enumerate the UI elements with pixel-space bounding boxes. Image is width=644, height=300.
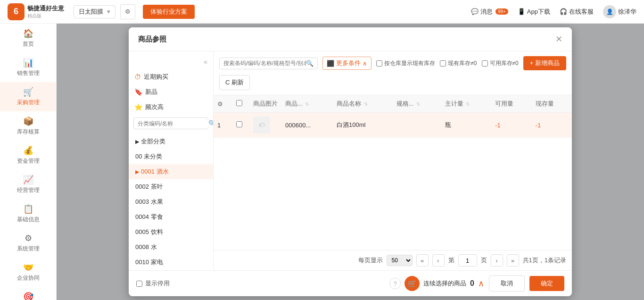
- cat-item-0002[interactable]: 0002 茶叶: [129, 179, 213, 194]
- messages-label: 消息: [480, 8, 493, 16]
- sidebar-label-finance: 资金管理: [17, 157, 40, 165]
- product-table: ⚙ 商品图片 商品...: [214, 95, 572, 250]
- sidebar-item-enterprise[interactable]: 🤝 企业协同: [0, 258, 56, 287]
- show-disabled-checkbox[interactable]: 显示停用: [136, 279, 170, 288]
- usable-stock-checkbox[interactable]: 可用库存≠0: [482, 59, 519, 67]
- left-panel-actions: «: [129, 56, 213, 69]
- sidebar-item-inventory[interactable]: 📦 库存核算: [0, 111, 56, 141]
- col-check: [232, 95, 249, 113]
- cat-0001-label: 0001 酒水: [141, 167, 169, 176]
- avatar: 👤: [603, 5, 616, 18]
- add-product-button[interactable]: + 新增商品: [523, 56, 566, 70]
- settings-button[interactable]: ⚙: [120, 4, 135, 19]
- first-page-button[interactable]: «: [416, 254, 429, 267]
- operations-icon: 📈: [23, 175, 33, 185]
- category-search-input[interactable]: [138, 120, 208, 127]
- warehouse-stock-checkbox[interactable]: 按仓库显示现有库存: [376, 59, 435, 67]
- product-reference-modal: 商品参照 ✕ « ⏱ 近期购买 🔖 新品: [129, 27, 572, 296]
- user-item[interactable]: 👤 徐泽华: [603, 5, 636, 18]
- app-version: 精品版: [27, 13, 64, 19]
- chevron-down-icon: ▾: [107, 8, 110, 15]
- col-code[interactable]: 商品... ⇅: [281, 95, 333, 113]
- cat-item-0004[interactable]: 0004 零食: [129, 209, 213, 225]
- mobile-icon: 📱: [518, 8, 525, 15]
- col-unit[interactable]: 主计量 ⇅: [441, 95, 491, 113]
- expand-icon: ▶: [135, 139, 139, 145]
- product-search-wrap: 🔍: [219, 58, 318, 69]
- row-current: -1: [532, 113, 572, 138]
- sidebar-label-inventory: 库存核算: [17, 128, 40, 136]
- help-button[interactable]: ?: [389, 278, 401, 289]
- available-stock-input[interactable]: [440, 60, 446, 67]
- pagination-summary: 共1页，1条记录: [523, 256, 566, 265]
- sidebar-item-finance[interactable]: 💰 资金管理: [0, 141, 56, 170]
- app-download-label: App下载: [527, 8, 550, 16]
- app-download-item[interactable]: 📱 App下载: [518, 8, 550, 16]
- cat-item-0008[interactable]: 0008 水: [129, 240, 213, 255]
- messages-item[interactable]: 💬 消息 99+: [471, 8, 508, 16]
- show-disabled-input[interactable]: [136, 281, 142, 287]
- nav-new-product[interactable]: 🔖 新品: [129, 84, 213, 100]
- cat-item-all[interactable]: ▶ 全部分类: [129, 134, 213, 149]
- system-icon: ⚙: [25, 233, 32, 243]
- sidebar-item-basic-info[interactable]: 📋 基础信息: [0, 199, 56, 228]
- last-page-button[interactable]: »: [507, 254, 519, 267]
- sidebar-item-purchase[interactable]: 🛒 采购管理: [0, 82, 56, 111]
- cat-item-00[interactable]: 00 未分类: [129, 149, 213, 164]
- collapse-left-panel-button[interactable]: «: [204, 58, 207, 66]
- cat-item-0005[interactable]: 0005 饮料: [129, 225, 213, 240]
- trial-button[interactable]: 体验行业方案: [143, 5, 195, 19]
- usable-stock-input[interactable]: [482, 60, 488, 67]
- more-conditions-button[interactable]: ⬛ 更多条件 ∧: [322, 57, 372, 70]
- main-layout: 🏠 首页 📊 销售管理 🛒 采购管理 📦 库存核算 💰 资金管理 📈 经营管理 …: [0, 24, 644, 300]
- online-service-item[interactable]: 🎧 在线客服: [560, 8, 594, 16]
- refresh-button[interactable]: C 刷新: [219, 75, 250, 90]
- page-size-select[interactable]: 50 100 200: [387, 255, 413, 266]
- confirm-button[interactable]: 确定: [529, 276, 564, 291]
- sidebar-item-operations[interactable]: 📈 经营管理: [0, 170, 56, 199]
- nav-frequent[interactable]: ⭐ 频次高: [129, 100, 213, 115]
- table-row[interactable]: 1 🏷 000600...: [214, 113, 572, 138]
- product-image: 🏷: [253, 117, 270, 133]
- col-current: 现存量: [532, 95, 572, 113]
- next-page-button[interactable]: ›: [491, 254, 503, 267]
- select-all-checkbox[interactable]: [236, 100, 242, 106]
- sidebar-item-system[interactable]: ⚙ 系统管理: [0, 228, 56, 258]
- col-name[interactable]: 商品名称 ⇅: [333, 95, 393, 113]
- usable-stock-label: 可用库存≠0: [490, 59, 519, 67]
- warehouse-stock-input[interactable]: [376, 60, 382, 67]
- sidebar-item-guide[interactable]: 🎯 新手引导: [0, 287, 56, 300]
- cat-item-0001[interactable]: ▶ 0001 酒水: [129, 164, 213, 179]
- collapse-cart-button[interactable]: ∧: [478, 278, 484, 289]
- sidebar-label-enterprise: 企业协同: [17, 274, 40, 282]
- cat-item-0003[interactable]: 0003 水果: [129, 194, 213, 209]
- inventory-icon: 📦: [23, 116, 33, 126]
- settings-icon[interactable]: ⚙: [217, 100, 223, 108]
- store-selector[interactable]: 日太阳膜 ▾: [74, 5, 116, 18]
- sidebar-label-system: 系统管理: [17, 245, 40, 253]
- row-check[interactable]: [232, 113, 249, 138]
- category-search: 🔍: [133, 117, 208, 129]
- cat-item-0010[interactable]: 0010 家电: [129, 255, 213, 270]
- nav-recent-purchase[interactable]: ⏱ 近期购买: [129, 69, 213, 84]
- prev-page-button[interactable]: ‹: [432, 254, 445, 267]
- col-spec[interactable]: 规格... ⇅: [393, 95, 441, 113]
- available-stock-checkbox[interactable]: 现有库存≠0: [440, 59, 477, 67]
- message-icon: 💬: [471, 8, 479, 15]
- cancel-button[interactable]: 取消: [489, 275, 525, 292]
- modal-close-button[interactable]: ✕: [555, 34, 562, 44]
- row-unit: 瓶: [441, 113, 491, 138]
- filter-bar: 🔍 ⬛ 更多条件 ∧ 按仓库显示现有库存: [214, 51, 572, 95]
- page-number-input[interactable]: [458, 254, 477, 267]
- product-search-input[interactable]: [223, 60, 306, 67]
- row-checkbox[interactable]: [236, 121, 242, 127]
- row-code: 000600...: [281, 113, 333, 138]
- pagination-bar: 每页显示 50 100 200 « ‹ 第: [214, 250, 572, 270]
- sidebar-item-sales[interactable]: 📊 销售管理: [0, 53, 56, 82]
- sidebar-item-home[interactable]: 🏠 首页: [0, 24, 56, 53]
- finance-icon: 💰: [23, 145, 33, 156]
- headset-icon: 🎧: [560, 8, 567, 15]
- basic-info-icon: 📋: [23, 204, 33, 214]
- cart-icon: 🛒: [405, 276, 420, 291]
- logo-text: 畅捷通好生意 精品版: [27, 4, 64, 19]
